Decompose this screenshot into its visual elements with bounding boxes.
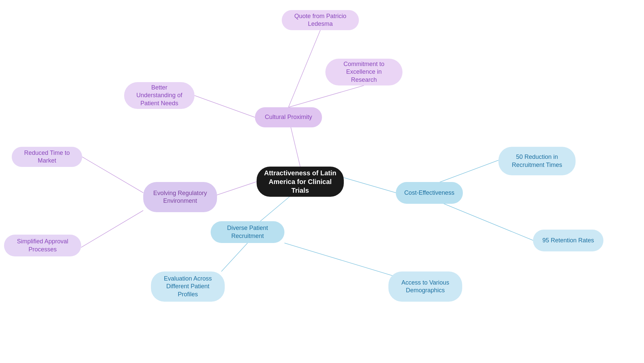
svg-line-10	[344, 178, 396, 193]
svg-line-3	[195, 96, 255, 117]
svg-line-1	[288, 30, 320, 107]
svg-line-4	[214, 182, 257, 196]
simplified-approval-node: Simplified Approval Processes	[4, 235, 81, 256]
regulatory-node: Evolving Regulatory Environment	[143, 182, 217, 212]
svg-line-8	[221, 243, 248, 271]
mindmap-container: Attractiveness of Latin America for Clin…	[0, 0, 644, 363]
cultural-proximity-node: Cultural Proximity	[255, 107, 322, 127]
svg-line-12	[429, 198, 533, 240]
access-demographics-node: Access to Various Demographics	[388, 271, 462, 302]
reduced-time-node: Reduced Time to Market	[12, 147, 82, 167]
diverse-recruitment-node: Diverse Patient Recruitment	[211, 221, 284, 243]
understanding-node: Better Understanding of Patient Needs	[124, 82, 195, 109]
evaluation-node: Evaluation Across Different Patient Prof…	[151, 271, 225, 302]
commitment-node: Commitment to Excellence in Research	[325, 59, 402, 85]
svg-line-6	[81, 210, 143, 247]
svg-line-5	[82, 157, 143, 193]
svg-line-2	[288, 85, 364, 107]
retention-rates-node: 95 Retention Rates	[533, 230, 603, 251]
center-node: Attractiveness of Latin America for Clin…	[257, 167, 344, 197]
recruitment-reduction-node: 50 Reduction in Recruitment Times	[498, 147, 576, 175]
quote-node: Quote from Patricio Ledesma	[282, 10, 359, 30]
cost-effectiveness-node: Cost-Effectiveness	[396, 182, 463, 204]
